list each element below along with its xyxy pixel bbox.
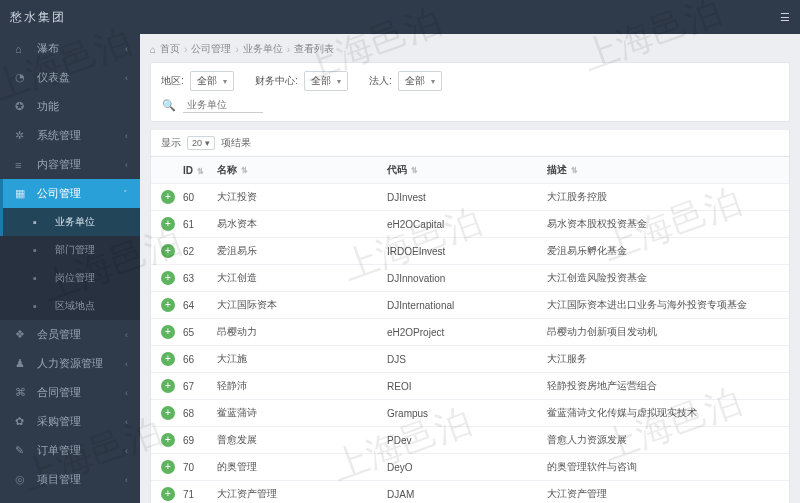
brand-title: 愁水集团 bbox=[10, 9, 66, 26]
sidebar-item-label: 功能 bbox=[37, 99, 59, 114]
expand-icon[interactable]: + bbox=[161, 433, 175, 447]
col-code[interactable]: 代码⇅ bbox=[387, 163, 547, 177]
sidebar-subitem[interactable]: ▪区域地点 bbox=[0, 292, 140, 320]
cell-id: 60 bbox=[183, 192, 217, 203]
sidebar-item[interactable]: ✲ 系统管理‹ bbox=[0, 121, 140, 150]
table-row[interactable]: + 62 爱沮易乐 IRDOEInvest 爱沮易乐孵化基金 bbox=[151, 238, 789, 265]
home-icon[interactable]: ⌂ bbox=[150, 44, 156, 55]
sidebar-item-icon: ✿ bbox=[15, 415, 29, 428]
cell-id: 63 bbox=[183, 273, 217, 284]
sidebar-subitem[interactable]: ▪岗位管理 bbox=[0, 264, 140, 292]
crumb-c: 查看列表 bbox=[294, 42, 334, 56]
table-row[interactable]: + 64 大江国际资本 DJInternational 大江国际资本进出口业务与… bbox=[151, 292, 789, 319]
table-row[interactable]: + 65 昂樱动力 eH2OProject 昂樱动力创新项目发动机 bbox=[151, 319, 789, 346]
cell-name: 爱沮易乐 bbox=[217, 244, 387, 258]
sort-icon: ⇅ bbox=[197, 167, 204, 176]
sidebar-item-label: 项目管理 bbox=[37, 472, 81, 487]
expand-icon[interactable]: + bbox=[161, 406, 175, 420]
table-row[interactable]: + 68 鲎蓝蒲诗 Grampus 鲎蓝蒲诗文化传媒与虚拟现实技术 bbox=[151, 400, 789, 427]
breadcrumb: ⌂ 首页 › 公司管理 › 业务单位 › 查看列表 bbox=[150, 42, 790, 56]
table-row[interactable]: + 69 普愈发展 PDev 普愈人力资源发展 bbox=[151, 427, 789, 454]
sidebar-item[interactable]: ✿ 采购管理‹ bbox=[0, 407, 140, 436]
chevron-left-icon: ‹ bbox=[125, 44, 128, 54]
sidebar-item[interactable]: ✎ 订单管理‹ bbox=[0, 436, 140, 465]
cell-desc: 大江创造风险投资基金 bbox=[547, 271, 779, 285]
sidebar-item-icon: ♟ bbox=[15, 357, 29, 370]
sidebar-item[interactable]: ◎ 项目管理‹ bbox=[0, 465, 140, 494]
crumb-a[interactable]: 公司管理 bbox=[191, 42, 231, 56]
expand-icon[interactable]: + bbox=[161, 379, 175, 393]
sidebar-item-icon: ⌂ bbox=[15, 43, 29, 55]
cell-name: 大江投资 bbox=[217, 190, 387, 204]
filter-center-select[interactable]: 全部 ▾ bbox=[304, 71, 348, 91]
filter-legal-select[interactable]: 全部 ▾ bbox=[398, 71, 442, 91]
table-row[interactable]: + 60 大江投资 DJInvest 大江股务控股 bbox=[151, 184, 789, 211]
crumb-b[interactable]: 业务单位 bbox=[243, 42, 283, 56]
sort-icon: ⇅ bbox=[571, 166, 578, 175]
sidebar-item-icon: ❖ bbox=[15, 328, 29, 341]
sidebar-item[interactable]: ▦ 公司管理˅ bbox=[0, 179, 140, 208]
col-id[interactable]: ID⇅ bbox=[183, 165, 217, 176]
sidebar-item[interactable]: ♟ 人力资源管理‹ bbox=[0, 349, 140, 378]
search-input[interactable] bbox=[183, 97, 263, 113]
col-desc[interactable]: 描述⇅ bbox=[547, 163, 779, 177]
sidebar-item[interactable]: ❖ 会员管理‹ bbox=[0, 320, 140, 349]
filter-center-value: 全部 bbox=[311, 74, 331, 88]
cell-code: Grampus bbox=[387, 408, 547, 419]
expand-icon[interactable]: + bbox=[161, 271, 175, 285]
cell-id: 64 bbox=[183, 300, 217, 311]
sidebar-subitem-label: 部门管理 bbox=[55, 243, 95, 257]
sidebar-item[interactable]: ◧ 产品管理‹ bbox=[0, 494, 140, 503]
sidebar-item-label: 合同管理 bbox=[37, 385, 81, 400]
cell-id: 62 bbox=[183, 246, 217, 257]
sidebar-item[interactable]: ≡ 内容管理‹ bbox=[0, 150, 140, 179]
table-row[interactable]: + 70 的奥管理 DeyO 的奥管理软件与咨询 bbox=[151, 454, 789, 481]
sidebar-subitem[interactable]: ▪业务单位 bbox=[0, 208, 140, 236]
sidebar-item[interactable]: ◔ 仪表盘‹ bbox=[0, 63, 140, 92]
table-header: ID⇅ 名称⇅ 代码⇅ 描述⇅ bbox=[151, 157, 789, 184]
expand-icon[interactable]: + bbox=[161, 244, 175, 258]
sort-icon: ⇅ bbox=[241, 166, 248, 175]
table-row[interactable]: + 63 大江创造 DJInnovation 大江创造风险投资基金 bbox=[151, 265, 789, 292]
cell-code: DJAM bbox=[387, 489, 547, 500]
sidebar-item[interactable]: ⌂ 瀑布‹ bbox=[0, 34, 140, 63]
table-row[interactable]: + 66 大江施 DJS 大江服务 bbox=[151, 346, 789, 373]
expand-icon[interactable]: + bbox=[161, 352, 175, 366]
cell-code: DJInvest bbox=[387, 192, 547, 203]
expand-icon[interactable]: + bbox=[161, 298, 175, 312]
filter-region-select[interactable]: 全部 ▾ bbox=[190, 71, 234, 91]
sidebar: ⌂ 瀑布‹◔ 仪表盘‹✪ 功能✲ 系统管理‹≡ 内容管理‹▦ 公司管理˅▪业务单… bbox=[0, 34, 140, 503]
table-row[interactable]: + 71 大江资产管理 DJAM 大江资产管理 bbox=[151, 481, 789, 503]
dot-icon: ▪ bbox=[33, 300, 47, 312]
chevron-left-icon: ‹ bbox=[125, 417, 128, 427]
sidebar-item[interactable]: ✪ 功能 bbox=[0, 92, 140, 121]
crumb-sep: › bbox=[235, 44, 238, 55]
data-table: ID⇅ 名称⇅ 代码⇅ 描述⇅ + 60 大江投资 DJInvest 大江股务控… bbox=[150, 157, 790, 503]
sidebar-subitem[interactable]: ▪部门管理 bbox=[0, 236, 140, 264]
expand-icon[interactable]: + bbox=[161, 325, 175, 339]
col-name[interactable]: 名称⇅ bbox=[217, 163, 387, 177]
expand-icon[interactable]: + bbox=[161, 487, 175, 501]
sidebar-item-icon: ✎ bbox=[15, 444, 29, 457]
results-suffix: 项结果 bbox=[221, 136, 251, 150]
cell-code: DJS bbox=[387, 354, 547, 365]
expand-icon[interactable]: + bbox=[161, 190, 175, 204]
sidebar-item[interactable]: ⌘ 合同管理‹ bbox=[0, 378, 140, 407]
main-content: ⌂ 首页 › 公司管理 › 业务单位 › 查看列表 地区: 全部 ▾ 财务中心:… bbox=[140, 34, 800, 503]
sidebar-item-label: 采购管理 bbox=[37, 414, 81, 429]
table-row[interactable]: + 67 轻静沛 REOI 轻静投资房地产运营组合 bbox=[151, 373, 789, 400]
cell-name: 易水资本 bbox=[217, 217, 387, 231]
cell-name: 大江创造 bbox=[217, 271, 387, 285]
page-size-select[interactable]: 20 ▾ bbox=[187, 136, 215, 150]
search-icon[interactable]: 🔍 bbox=[161, 97, 177, 113]
expand-icon[interactable]: + bbox=[161, 217, 175, 231]
expand-icon[interactable]: + bbox=[161, 460, 175, 474]
table-row[interactable]: + 61 易水资本 eH2OCapital 易水资本股权投资基金 bbox=[151, 211, 789, 238]
page-size-value: 20 bbox=[192, 138, 202, 148]
sidebar-item-icon: ≡ bbox=[15, 159, 29, 171]
filter-legal-value: 全部 bbox=[405, 74, 425, 88]
cell-id: 69 bbox=[183, 435, 217, 446]
hamburger-icon[interactable]: ☰ bbox=[780, 11, 790, 24]
crumb-home[interactable]: 首页 bbox=[160, 42, 180, 56]
sidebar-item-icon: ✲ bbox=[15, 129, 29, 142]
